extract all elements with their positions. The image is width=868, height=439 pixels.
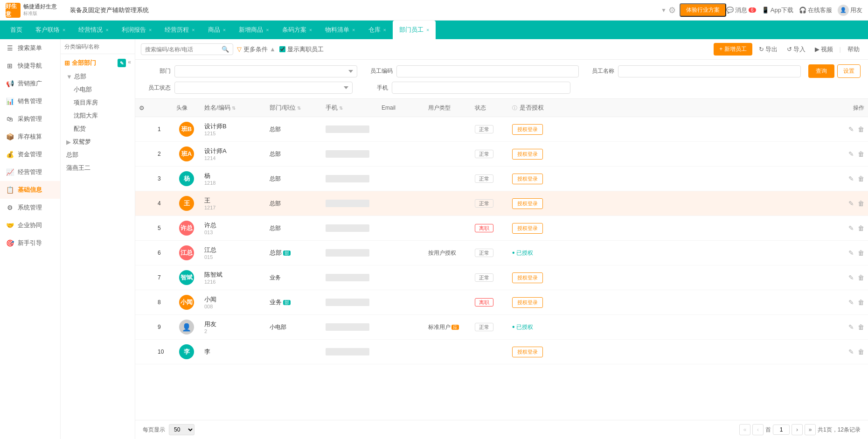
auth-login-btn[interactable]: 授权登录 [512,272,543,283]
th-dept[interactable]: 部门/职位 ⇅ [266,99,322,117]
dept-all-header[interactable]: ⊞ 全部部门 ✎ « [61,56,135,70]
navtab-close-icon[interactable]: × [352,27,355,33]
dept-node-shuangyuanmeng[interactable]: ▶ 双鸳梦 [61,135,135,148]
import-btn[interactable]: ↺ 导入 [784,43,808,56]
sidebar-item-search[interactable]: ☰ 搜索菜单 [0,39,60,57]
sidebar-item-finance[interactable]: 💰 资金管理 [0,146,60,163]
edit-icon[interactable]: ✎ [848,274,854,281]
sidebar-item-marketing[interactable]: 📢 营销推广 [0,75,60,92]
navtab-close-icon[interactable]: × [223,27,226,33]
auth-login-btn[interactable]: 授权登录 [512,198,543,209]
delete-icon[interactable]: 🗑 [858,224,864,232]
delete-icon[interactable]: 🗑 [858,323,864,331]
delete-icon[interactable]: 🗑 [858,249,864,257]
phone-input[interactable] [392,82,570,94]
navtab-物料清单[interactable]: 物料清单× [319,21,361,39]
navtab-仓库[interactable]: 仓库× [362,21,393,39]
navtab-close-icon[interactable]: × [309,27,312,33]
th-name[interactable]: 姓名/编码 ⇅ [201,99,266,117]
sidebar-item-operation[interactable]: 📈 经营管理 [0,163,60,181]
navtab-首页[interactable]: 首页 [4,21,29,39]
trial-button[interactable]: 体验行业方案 [680,3,726,17]
query-btn[interactable]: 查询 [808,64,834,78]
system-title-dropdown[interactable]: ▼ [661,7,667,14]
navtab-商品[interactable]: 商品× [201,21,232,39]
sidebar-item-stock[interactable]: 📦 库存核算 [0,128,60,146]
delete-icon[interactable]: 🗑 [858,150,864,158]
sidebar-item-basic[interactable]: 📋 基础信息 [0,181,60,199]
navtab-close-icon[interactable]: × [192,27,194,33]
auth-login-btn[interactable]: 授权登录 [512,347,543,357]
sidebar-item-sales[interactable]: 📊 销售管理 [0,92,60,110]
online-service-btn[interactable]: 🎧 在线客服 [799,6,832,14]
export-btn[interactable]: ↻ 导出 [756,43,780,56]
auth-login-btn[interactable]: 授权登录 [512,149,543,160]
delete-icon[interactable]: 🗑 [858,125,864,133]
dept-select[interactable] [174,65,357,77]
navtab-客户联络[interactable]: 客户联络× [29,21,72,39]
navtab-部门员工[interactable]: 部门员工× [393,21,436,39]
dept-node-zongbu2[interactable]: 总部 [61,148,135,161]
add-employee-btn[interactable]: + 新增员工 [714,43,752,56]
sidebar-item-nav[interactable]: ⊞ 快捷导航 [0,57,60,75]
navtab-close-icon[interactable]: × [105,27,108,33]
edit-icon[interactable]: ✎ [848,224,854,232]
sidebar-item-purchase[interactable]: 🛍 采购管理 [0,110,60,128]
settings-icon[interactable]: ⚙ [668,5,676,15]
next-page-btn[interactable]: › [792,424,803,435]
page-input[interactable] [773,425,790,435]
dept-node-xiangmukufang[interactable]: 项目库房 [61,96,135,109]
auth-login-btn[interactable]: 授权登录 [512,297,543,308]
dept-edit-btn[interactable]: ✎ [118,59,126,67]
last-page-btn[interactable]: » [805,424,816,435]
navtab-利润报告[interactable]: 利润报告× [115,21,158,39]
auth-login-btn[interactable]: 授权登录 [512,223,543,234]
navtab-close-icon[interactable]: × [149,27,152,33]
emp-status-select[interactable] [174,82,353,94]
emp-name-input[interactable] [618,65,801,77]
help-btn[interactable]: 帮助 [845,43,862,56]
sidebar-item-collab[interactable]: 🤝 企业协同 [0,216,60,234]
edit-icon[interactable]: ✎ [848,299,854,306]
delete-icon[interactable]: 🗑 [858,348,864,355]
th-phone[interactable]: 手机 ⇅ [322,99,378,117]
search-icon[interactable]: 🔍 [222,46,229,53]
dept-node-xiaodiandu[interactable]: 小电部 [61,83,135,96]
edit-icon[interactable]: ✎ [848,175,854,182]
navtab-close-icon[interactable]: × [62,27,65,33]
message-btn[interactable]: 💬 消息 6 [726,6,756,14]
first-page-btn[interactable]: « [739,424,750,435]
navtab-经营历程[interactable]: 经营历程× [158,21,201,39]
edit-icon[interactable]: ✎ [848,249,854,257]
dept-collapse-btn[interactable]: « [128,59,131,67]
dept-node-peihuo[interactable]: 配货 [61,122,135,135]
th-settings[interactable]: ⚙ [135,99,154,117]
more-filters-btn[interactable]: ▽ 更多条件 ▲ [237,45,276,54]
dept-node-puyanwanger[interactable]: 蒲燕王二 [61,161,135,174]
delete-icon[interactable]: 🗑 [858,274,864,281]
app-download-btn[interactable]: 📱 App下载 [762,6,793,14]
auth-login-btn[interactable]: 授权登录 [512,124,543,135]
dept-search-input[interactable] [64,43,134,50]
delete-icon[interactable]: 🗑 [858,175,864,182]
prev-page-btn[interactable]: ‹ [752,424,764,435]
delete-icon[interactable]: 🗑 [858,200,864,207]
edit-icon[interactable]: ✎ [848,323,854,331]
navtab-close-icon[interactable]: × [426,27,429,33]
edit-icon[interactable]: ✎ [848,348,854,355]
sidebar-item-system[interactable]: ⚙ 系统管理 [0,199,60,216]
show-resigned-label[interactable]: 显示离职员工 [279,45,324,54]
sidebar-item-guide[interactable]: 🎯 新手引导 [0,234,60,252]
navtab-新增商品[interactable]: 新增商品× [232,21,275,39]
delete-icon[interactable]: 🗑 [858,299,864,306]
show-resigned-checkbox[interactable] [279,46,285,52]
navtab-close-icon[interactable]: × [266,27,269,33]
navtab-经营情况[interactable]: 经营情况× [72,21,115,39]
search-input[interactable] [145,46,220,53]
navtab-条码方案[interactable]: 条码方案× [276,21,319,39]
view-btn[interactable]: ▶ 视频 [812,43,836,56]
navtab-close-icon[interactable]: × [383,27,386,33]
edit-icon[interactable]: ✎ [848,125,854,133]
auth-login-btn[interactable]: 授权登录 [512,174,543,184]
user-btn[interactable]: 👤 用友 [838,5,862,16]
